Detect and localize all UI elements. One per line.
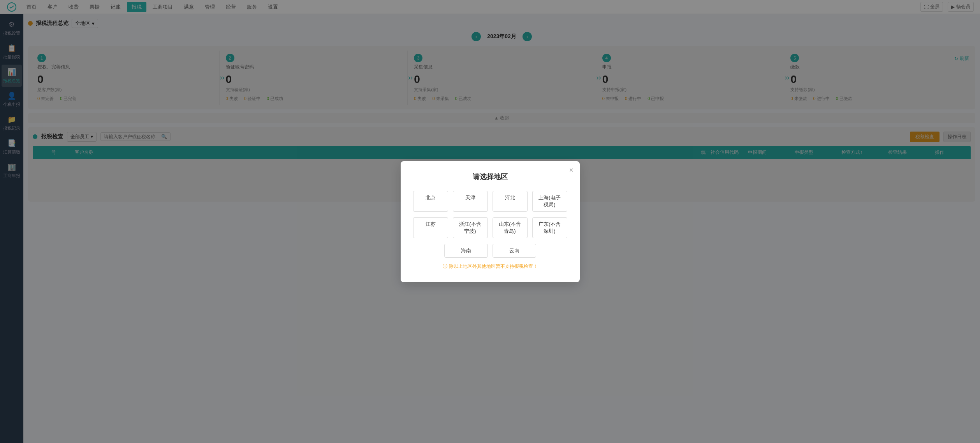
region-btn-山东(不含青岛)[interactable]: 山东(不含青岛) bbox=[493, 217, 528, 238]
warning-text: 除以上地区外其他地区暂不支持报税检查！ bbox=[449, 263, 538, 270]
region-btn-江苏[interactable]: 江苏 bbox=[413, 217, 448, 238]
region-btn-浙江(不含宁波)[interactable]: 浙江(不含宁波) bbox=[453, 217, 488, 238]
region-grid-row2: 江苏浙江(不含宁波)山东(不含青岛)广东(不含深圳) bbox=[413, 217, 567, 238]
region-btn-河北[interactable]: 河北 bbox=[493, 191, 528, 212]
modal-warning: ⓘ 除以上地区外其他地区暂不支持报税检查！ bbox=[413, 263, 567, 270]
region-btn-天津[interactable]: 天津 bbox=[453, 191, 488, 212]
modal-overlay: × 请选择地区 北京天津河北上海(电子税局) 江苏浙江(不含宁波)山东(不含青岛… bbox=[0, 0, 980, 443]
region-grid-row1: 北京天津河北上海(电子税局) bbox=[413, 191, 567, 212]
region-btn-上海(电子税局)[interactable]: 上海(电子税局) bbox=[532, 191, 567, 212]
region-grid-row3: 海南云南 bbox=[413, 244, 567, 258]
warning-icon: ⓘ bbox=[443, 263, 447, 270]
modal-title: 请选择地区 bbox=[413, 172, 567, 181]
region-btn-海南[interactable]: 海南 bbox=[444, 244, 488, 258]
modal-close-button[interactable]: × bbox=[569, 167, 574, 174]
region-btn-云南[interactable]: 云南 bbox=[493, 244, 536, 258]
region-select-modal: × 请选择地区 北京天津河北上海(电子税局) 江苏浙江(不含宁波)山东(不含青岛… bbox=[401, 161, 580, 282]
region-btn-广东(不含深圳)[interactable]: 广东(不含深圳) bbox=[532, 217, 567, 238]
region-btn-北京[interactable]: 北京 bbox=[413, 191, 448, 212]
